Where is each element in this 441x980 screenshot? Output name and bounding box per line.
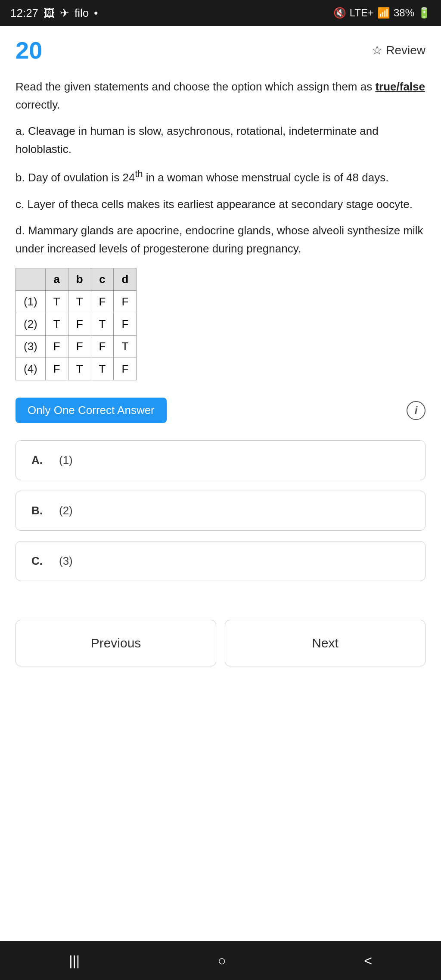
truth-table: a b c d (1) T T F F (2) T F T F (3) [16,268,137,380]
table-row: (2) T F T F [16,313,137,336]
bottom-nav-bar: ||| ○ < [0,941,441,980]
dot-indicator: • [94,6,98,20]
row-3-c: F [91,336,114,358]
question-instruction: Read the given statements and choose the… [16,78,425,114]
option-c-value: (3) [59,554,73,568]
battery-icon: 🔋 [418,7,431,19]
row-4-d: F [114,358,137,380]
row-1-c: F [91,291,114,313]
mute-icon: 🔇 [333,7,346,19]
row-1-option: (1) [16,291,46,313]
battery-percent: 38% [394,7,414,19]
table-header-c: c [91,268,114,291]
previous-button[interactable]: Previous [16,620,216,666]
row-4-b: T [68,358,91,380]
table-row: (4) F T T F [16,358,137,380]
option-a-value: (1) [59,454,73,467]
row-1-d: F [114,291,137,313]
review-button[interactable]: ☆ Review [372,43,425,57]
status-bar: 12:27 🖼 ✈ filo • 🔇 LTE+ 📶 38% 🔋 [0,0,441,26]
navigation-icon: ✈ [60,6,69,20]
option-b-letter: B. [31,504,49,517]
table-header-d: d [114,268,137,291]
row-4-c: T [91,358,114,380]
table-row: (3) F F F T [16,336,137,358]
table-header-b: b [68,268,91,291]
navigation-buttons: Previous Next [0,607,441,666]
row-2-d: F [114,313,137,336]
table-header-empty [16,268,46,291]
row-1-a: T [45,291,68,313]
next-button[interactable]: Next [225,620,425,666]
signal-label: LTE+ [350,7,374,19]
row-2-b: F [68,313,91,336]
option-b[interactable]: B. (2) [16,491,425,531]
nav-home-icon[interactable]: ○ [217,953,226,969]
row-3-option: (3) [16,336,46,358]
app-name: filo [75,6,89,20]
option-c[interactable]: C. (3) [16,541,425,581]
status-left: 12:27 🖼 ✈ filo • [10,6,98,20]
time-display: 12:27 [10,6,38,20]
option-c-letter: C. [31,554,49,568]
row-3-b: F [68,336,91,358]
nav-back-icon[interactable]: < [364,953,372,969]
badge-row: Only One Correct Answer i [16,398,425,423]
image-icon: 🖼 [43,6,55,20]
signal-bars: 📶 [377,7,390,19]
row-4-a: F [45,358,68,380]
row-2-c: T [91,313,114,336]
star-icon: ☆ [372,43,382,57]
row-4-option: (4) [16,358,46,380]
row-2-option: (2) [16,313,46,336]
row-2-a: T [45,313,68,336]
option-a[interactable]: A. (1) [16,440,425,480]
answer-options: A. (1) B. (2) C. (3) [16,440,425,581]
statement-d: d. Mammary glands are apocrine, endocrin… [16,222,425,258]
row-3-d: T [114,336,137,358]
only-one-correct-badge: Only One Correct Answer [16,398,167,423]
row-1-b: T [68,291,91,313]
question-number: 20 [16,36,42,64]
option-a-letter: A. [31,454,49,467]
row-3-a: F [45,336,68,358]
review-label: Review [386,44,425,57]
question-content: Read the given statements and choose the… [0,71,441,598]
table-row: (1) T T F F [16,291,137,313]
status-right: 🔇 LTE+ 📶 38% 🔋 [333,7,431,19]
header: 20 ☆ Review [0,26,441,71]
statement-c: c. Layer of theca cells makes its earlie… [16,196,425,214]
nav-recent-apps-icon[interactable]: ||| [69,953,80,969]
statement-a: a. Cleavage in human is slow, asychronou… [16,122,425,158]
info-icon[interactable]: i [407,401,425,420]
statement-b: b. Day of ovulation is 24th in a woman w… [16,167,425,187]
option-b-value: (2) [59,504,73,517]
table-header-a: a [45,268,68,291]
